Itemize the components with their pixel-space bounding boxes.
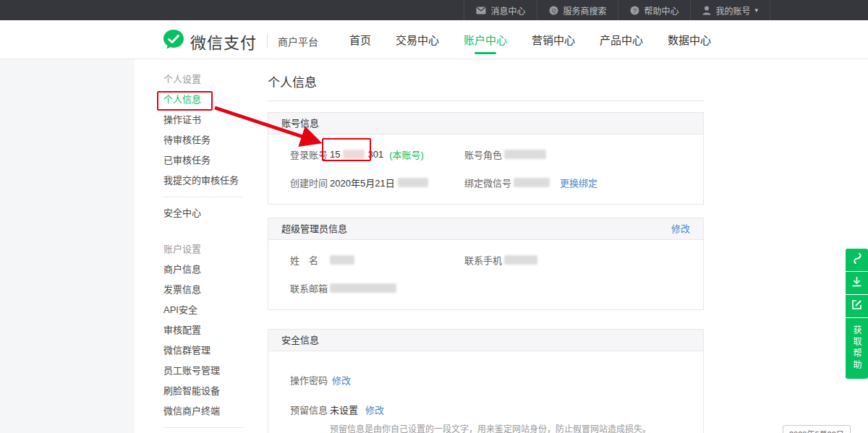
- sidebar-item-merchant-terminal[interactable]: 微信商户终端: [163, 401, 250, 421]
- sidebar-item-reviewed[interactable]: 已审核任务: [163, 150, 250, 171]
- link-icon: [851, 252, 862, 267]
- site-header: 微信支付 商户平台 首页 交易中心 账户中心 营销中心 产品中心 数据中心: [0, 20, 868, 59]
- edit-icon: [851, 299, 862, 313]
- nav-account-center[interactable]: 账户中心: [462, 20, 509, 59]
- svg-text:Q: Q: [552, 7, 556, 14]
- login-account-label: 登录账号: [290, 147, 328, 161]
- logo-divider: [267, 34, 268, 48]
- admin-email-redacted: [330, 283, 396, 293]
- download-button[interactable]: [846, 272, 868, 294]
- login-account-field: 登录账号 15 301 (本账号): [290, 147, 464, 161]
- login-account-prefix: 15: [330, 149, 340, 160]
- message-center-label: 消息中心: [490, 4, 525, 17]
- admin-phone-label: 联系手机: [464, 253, 502, 267]
- sidebar-item-operation-certificate[interactable]: 操作证书: [163, 110, 250, 130]
- get-help-label: 获取帮助: [851, 325, 863, 372]
- super-admin-panel: 超级管理员信息 修改 姓 名 联系手机 联系邮箱: [268, 218, 704, 310]
- sidebar-divider-bottom: [163, 427, 243, 428]
- super-admin-edit-link[interactable]: 修改: [671, 218, 690, 239]
- get-help-button[interactable]: 获取帮助: [846, 318, 868, 379]
- my-account-item[interactable]: 我的账号 ▾: [690, 0, 770, 20]
- reserve-info-edit-link[interactable]: 修改: [365, 403, 384, 416]
- date-chip[interactable]: 2020年5月22日: [783, 425, 851, 433]
- service-search-item[interactable]: Q 服务商搜索: [537, 0, 618, 20]
- current-account-note: (本账号): [389, 147, 424, 161]
- left-gutter: [0, 59, 135, 433]
- merchant-platform-page: 消息中心 Q 服务商搜索 ? 帮助中心 我的账号 ▾: [0, 0, 868, 433]
- floating-toolbar: 获取帮助: [846, 249, 868, 379]
- account-role-redacted: [504, 150, 546, 159]
- service-search-label: 服务商搜索: [563, 4, 606, 17]
- security-panel-title: 安全信息: [281, 330, 319, 351]
- admin-name-label: 姓 名: [290, 253, 328, 267]
- page-title: 个人信息: [268, 72, 704, 90]
- sidebar-item-invoice-info[interactable]: 发票信息: [163, 280, 250, 300]
- reserve-desc-line1: 预留信息是由你自己设置的一段文字，用来鉴定网站身份，防止假冒网站造成损失。: [330, 424, 681, 433]
- admin-email-field: 联系邮箱: [290, 281, 464, 295]
- sidebar-item-merchant-info[interactable]: 商户信息: [163, 260, 250, 280]
- created-time-value: 2020年5月21日: [330, 176, 395, 189]
- sidebar-item-personal-info[interactable]: 个人信息: [163, 90, 250, 110]
- created-time-redacted: [398, 178, 428, 187]
- sidebar-divider: [163, 197, 243, 197]
- download-icon: [851, 276, 862, 291]
- sidebar-item-staff-account-mgmt[interactable]: 员工账号管理: [163, 361, 250, 381]
- logo-text: 微信支付: [190, 30, 257, 53]
- account-info-panel: 账号信息 登录账号 15 301 (本账号) 账号角色: [268, 112, 704, 205]
- reserve-info-value: 未设置: [330, 403, 358, 416]
- feedback-button[interactable]: [846, 295, 868, 317]
- portal-label: 商户平台: [278, 34, 318, 48]
- sidebar-item-api-security[interactable]: API安全: [163, 300, 250, 320]
- mail-icon: [476, 7, 486, 14]
- account-role-label: 账号角色: [464, 147, 502, 161]
- sidebar-section-account-settings: 账户设置: [163, 239, 250, 260]
- message-center-item[interactable]: 消息中心: [464, 0, 537, 20]
- nav-transaction-center[interactable]: 交易中心: [394, 20, 441, 59]
- account-role-field: 账号角色: [464, 147, 681, 161]
- help-center-item[interactable]: ? 帮助中心: [618, 0, 690, 20]
- sidebar-section-personal-settings: 个人设置: [163, 69, 250, 90]
- circle-search-icon: Q: [549, 6, 558, 15]
- top-utility-bar: 消息中心 Q 服务商搜索 ? 帮助中心 我的账号 ▾: [0, 0, 868, 20]
- sidebar-item-my-submitted-reviews[interactable]: 我提交的审核任务: [163, 171, 250, 191]
- admin-name-field: 姓 名: [290, 253, 464, 267]
- operation-password-edit-link[interactable]: 修改: [332, 373, 351, 387]
- bound-wechat-redacted: [514, 178, 550, 187]
- operation-password-label: 操作密码: [290, 373, 328, 387]
- wechat-pay-logo-icon: [163, 29, 184, 53]
- sidebar-item-review-config[interactable]: 审核配置: [163, 320, 250, 340]
- nav-product-center[interactable]: 产品中心: [598, 20, 644, 59]
- nav-home[interactable]: 首页: [348, 20, 373, 59]
- security-info-panel: 安全信息 操作密码 修改 预留信息 未设置 修改 预留信息是由你自己设置的一段文…: [268, 329, 704, 433]
- reserve-info-description: 预留信息是由你自己设置的一段文字，用来鉴定网站身份，防止假冒网站造成损失。 配置…: [330, 424, 681, 433]
- sidebar-item-face-devices[interactable]: 刷脸智能设备: [163, 381, 250, 401]
- bound-wechat-label: 绑定微信号: [464, 176, 511, 189]
- user-icon: [702, 6, 711, 15]
- login-account-suffix: 301: [367, 149, 383, 160]
- reserve-info-field: 预留信息 未设置 修改: [290, 403, 681, 416]
- created-time-label: 创建时间: [290, 176, 328, 189]
- svg-text:?: ?: [633, 7, 637, 14]
- created-time-field: 创建时间 2020年5月21日: [290, 176, 464, 189]
- admin-phone-field: 联系手机: [464, 253, 681, 267]
- sidebar-item-wechat-group-mgmt[interactable]: 微信群管理: [163, 340, 250, 361]
- help-center-label: 帮助中心: [644, 4, 678, 17]
- reserve-info-label: 预留信息: [290, 403, 328, 416]
- account-panel-title: 账号信息: [281, 113, 319, 134]
- sidebar: 个人设置 个人信息 操作证书 待审核任务 已审核任务 我提交的审核任务 安全中心…: [135, 59, 250, 433]
- admin-name-redacted: [330, 255, 354, 265]
- sidebar-item-security-center[interactable]: 安全中心: [163, 203, 250, 223]
- title-divider: [268, 100, 704, 101]
- operation-password-field: 操作密码 修改: [290, 373, 681, 387]
- change-binding-link[interactable]: 更换绑定: [560, 176, 597, 189]
- my-account-label: 我的账号: [715, 4, 750, 17]
- nav-data-center[interactable]: 数据中心: [666, 20, 712, 59]
- caret-down-icon: ▾: [754, 7, 758, 14]
- super-admin-panel-title: 超级管理员信息: [281, 218, 347, 239]
- contact-link-button[interactable]: [846, 249, 868, 271]
- logo[interactable]: 微信支付 商户平台: [163, 29, 318, 53]
- nav-marketing-center[interactable]: 营销中心: [530, 20, 576, 59]
- bound-wechat-field: 绑定微信号 更换绑定: [464, 176, 681, 189]
- sidebar-item-pending-review[interactable]: 待审核任务: [163, 130, 250, 150]
- login-account-redacted: [343, 150, 365, 159]
